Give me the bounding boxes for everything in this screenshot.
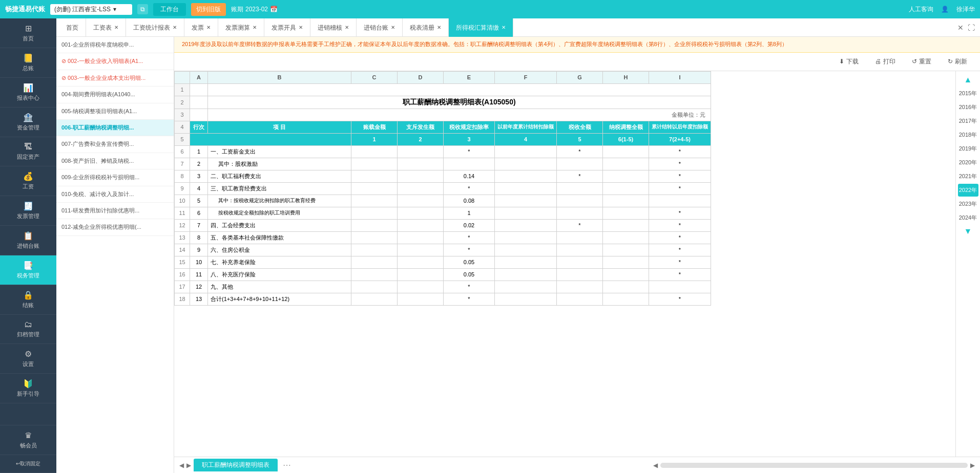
sidebar-item-settings[interactable]: ⚙ 设置 [0,344,56,374]
sidebar-item-label: 工资 [23,183,34,190]
list-item-label: 009-企业所得税税补亏损明细... [61,174,139,180]
tab-invoice-open[interactable]: 发票开具 ✕ [264,18,310,37]
list-item-009[interactable]: 009-企业所得税税补亏损明细... [56,169,174,186]
list-item-003[interactable]: ⊘ 003-一般企业业成本支出明细... [56,70,174,87]
copy-icon-btn[interactable]: ⧉ [137,4,148,14]
sidebar-item-closing[interactable]: 🔒 结账 [0,285,56,315]
list-item-004[interactable]: 004-期间费用明细表(A1040... [56,87,174,103]
tab-close-icon[interactable]: ✕ [345,18,349,37]
list-item-label: 005-纳税调整项目明细表(A1... [61,108,137,114]
year-up-icon[interactable]: ▲ [963,74,974,86]
year-2018[interactable]: 2018年 [958,128,978,141]
reset-button[interactable]: ↺ 重置 [907,55,936,68]
tab-label: 发票 [192,18,204,37]
list-item-006[interactable]: 006-职工薪酬纳税调整明细... [56,120,174,136]
sidebar-item-invoice[interactable]: 🧾 发票管理 [0,196,56,226]
tab-close-icon[interactable]: ✕ [437,18,441,37]
tab-close-all-icon[interactable]: ✕ [957,24,964,32]
tab-home[interactable]: 首页 [59,18,86,37]
support-label[interactable]: 人工客询 [909,5,933,14]
year-2017[interactable]: 2017年 [958,115,978,127]
chevron-down-icon: ▾ [113,6,116,13]
scroll-right-icon[interactable]: ▶ [970,462,975,469]
next-sheet-icon[interactable]: ▶ [186,462,191,469]
sidebar-item-fixed[interactable]: 🏗 固定资产 [0,137,56,166]
header-zhangzai: 账载金额 [351,121,398,133]
year-2021[interactable]: 2021年 [958,170,978,183]
year-2016[interactable]: 2016年 [958,101,978,114]
year-down-icon[interactable]: ▼ [963,225,974,238]
tab-tax-clear[interactable]: 税表清册 ✕ [403,18,449,37]
sidebar-item-guide[interactable]: 🔰 新手引导 [0,374,56,403]
list-item-010[interactable]: 010-免税、减计收入及加计... [56,186,174,203]
tab-purchase-check[interactable]: 进销稽核 ✕ [310,18,357,37]
prev-sheet-icon[interactable]: ◀ [179,462,184,469]
row-num-3: 3 [175,109,190,121]
year-2020[interactable]: 2020年 [958,156,978,169]
main-layout: ⊞ 首页 📒 总账 📊 报表中心 🏦 资金管理 🏗 固定资产 💰 工资 🧾 发票… [0,18,980,473]
calendar-icon[interactable]: 📅 [270,6,278,13]
tab-income-tax[interactable]: 所得税汇算清缴 ✕ [449,18,513,37]
sidebar-item-label: 新手引导 [17,390,39,398]
tab-salary[interactable]: 工资表 ✕ [86,18,126,37]
tab-close-icon[interactable]: ✕ [253,18,257,37]
tab-invoice-calc[interactable]: 发票测算 ✕ [218,18,264,37]
home-icon: ⊞ [25,24,32,33]
list-item-007[interactable]: 007-广告费和业务宣传费明... [56,136,174,153]
sheet-tab[interactable]: 职工薪酬纳税调整明细表 [194,459,278,471]
print-button[interactable]: 🖨 打印 [870,55,901,68]
sidebar-item-ledger[interactable]: 📒 总账 [0,48,56,78]
header-shuishou-quane: 税收全额 [557,121,603,133]
old-version-button[interactable]: 切到旧版 [191,3,226,16]
user-name[interactable]: 徐泽华 [956,5,975,14]
tab-invoice[interactable]: 发票 ✕ [184,18,218,37]
year-2024[interactable]: 2024年 [958,211,978,224]
tab-salary-stats[interactable]: 工资统计报表 ✕ [126,18,184,37]
header-nashuitiaozheng: 纳税调整全额 [603,121,649,133]
sidebar-item-salary[interactable]: 💰 工资 [0,166,56,196]
list-item-002[interactable]: ⊘ 002-一般企业收入明细表(A1... [56,53,174,70]
tab-bar: 首页 工资表 ✕ 工资统计报表 ✕ 发票 ✕ 发票测算 ✕ 发票开具 ✕ [56,18,980,37]
workspace-button[interactable]: 工作台 [153,3,186,16]
spreadsheet-main[interactable]: A B C D E F G H I [174,71,955,457]
tab-close-icon[interactable]: ✕ [299,18,303,37]
tab-close-icon[interactable]: ✕ [114,18,118,37]
header-qianniandu: 以前年度累计结转扣除额 [495,121,557,133]
tab-close-icon[interactable]: ✕ [173,18,177,37]
tab-close-icon[interactable]: ✕ [391,18,395,37]
download-button[interactable]: ⬇ 下载 [834,55,864,68]
horizontal-scrollbar[interactable] [660,463,968,468]
sidebar-cancel-fixed[interactable]: ↩取消固定 [0,455,56,473]
refresh-button[interactable]: ↻ 刷新 [943,55,972,68]
tab-close-icon[interactable]: ✕ [206,18,211,37]
sidebar-item-label: 结账 [23,302,34,309]
sidebar-item-vip[interactable]: ♛ 畅会员 [0,425,56,455]
year-2022[interactable]: 2022年 [958,184,978,197]
list-item-012[interactable]: 012-减免企业所得税优惠明细(... [56,219,174,235]
table-row: 9 4 三、职工教育经费支出 * * [175,182,711,195]
list-item-008[interactable]: 008-资产折旧、摊销及纳税... [56,153,174,169]
sidebar-item-archive[interactable]: 🗂 归档管理 [0,315,56,344]
year-2015[interactable]: 2015年 [958,87,978,100]
list-item-001[interactable]: 001-企业所得税年度纳税申... [56,37,174,53]
tab-expand-icon[interactable]: ⛶ [968,24,975,32]
list-item-005[interactable]: 005-纳税调整项目明细表(A1... [56,103,174,120]
sidebar-item-home[interactable]: ⊞ 首页 [0,18,56,48]
year-2023[interactable]: 2023年 [958,198,978,210]
col-H-header: H [603,71,649,83]
sidebar-item-assets[interactable]: 🏦 资金管理 [0,107,56,137]
top-bar: 畅捷通易代账 (勿删) 江西睿宝-LSS ▾ ⧉ 工作台 切到旧版 账期 202… [0,0,980,18]
company-selector[interactable]: (勿删) 江西睿宝-LSS ▾ [50,4,132,15]
header-xingci: 行次 [190,121,208,133]
sidebar-item-reports[interactable]: 📊 报表中心 [0,78,56,107]
year-2019[interactable]: 2019年 [958,142,978,155]
sidebar-item-tax[interactable]: 📑 税务管理 [0,255,56,285]
tab-purchase-ledger[interactable]: 进销台账 ✕ [357,18,403,37]
list-item-011[interactable]: 011-研发费用加计扣除优惠明... [56,203,174,219]
scroll-left-icon[interactable]: ◀ [653,462,658,469]
company-name: (勿删) 江西睿宝-LSS [54,5,111,14]
sidebar-item-purchase[interactable]: 📋 进销台账 [0,226,56,255]
reports-icon: 📊 [23,83,33,93]
tab-close-icon[interactable]: ✕ [502,18,506,37]
more-sheets-icon[interactable]: ⋯ [280,460,294,470]
